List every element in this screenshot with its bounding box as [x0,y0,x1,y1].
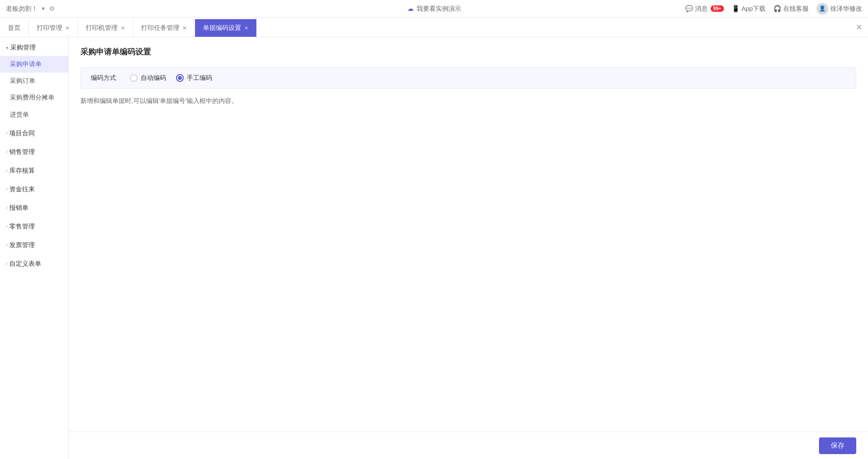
chevron-right-icon: › [6,224,7,229]
sidebar-group-retail-mgmt: › 零售管理 [0,218,68,235]
chevron-right-icon: › [6,149,7,154]
main-layout: ▾ 采购管理 采购申请单 采购订单 采购费用分摊单 进货单 › 项目合同 [0,37,868,459]
avatar-icon: 👤 [819,5,826,12]
messages-button[interactable]: 💬 消息 99+ [685,4,724,13]
tab-single-code-setting[interactable]: 单据编码设置 ✕ [195,19,257,37]
sidebar-group-returns-title[interactable]: › 报销单 [0,200,68,216]
top-bar-brand-text: 老板勿割！ [6,4,38,13]
sidebar-group-sales-mgmt-title[interactable]: › 销售管理 [0,144,68,160]
sidebar-group-sales-mgmt: › 销售管理 [0,144,68,160]
chevron-right-icon: › [6,168,7,173]
sidebar-group-retail-mgmt-title[interactable]: › 零售管理 [0,218,68,235]
sidebar-group-inventory-label: 库存核算 [9,166,35,175]
cloud-icon: ☁ [407,5,414,12]
tab-print-task-mgmt-label: 打印任务管理 [141,24,179,32]
encoding-section: 编码方式 自动编码 手工编码 [80,67,856,89]
online-service-button[interactable]: 🎧 在线客服 [773,4,809,13]
chevron-right-icon: › [6,186,7,192]
sidebar-group-retail-mgmt-label: 零售管理 [9,222,35,231]
headset-icon: 🎧 [773,5,781,12]
hint-text: 新增和编辑单据时,可以编辑'单据编号'输入框中的内容。 [80,97,856,105]
sidebar-group-purchase-mgmt-label: 采购管理 [10,43,36,52]
content-footer: 保存 [69,432,868,459]
tab-single-code-setting-close[interactable]: ✕ [244,25,248,31]
avatar: 👤 [817,3,828,15]
radio-auto-encoding[interactable]: 自动编码 [130,74,166,82]
tab-single-code-setting-label: 单据编码设置 [203,24,241,32]
tab-print-mgmt-close[interactable]: ✕ [65,25,70,31]
sidebar-group-inventory-title[interactable]: › 库存核算 [0,162,68,179]
sidebar: ▾ 采购管理 采购申请单 采购订单 采购费用分摊单 进货单 › 项目合同 [0,37,69,459]
sidebar-group-capital: › 资金往来 [0,181,68,198]
app-icon: 📱 [732,5,740,12]
sidebar-group-sales-mgmt-label: 销售管理 [9,148,35,156]
tab-print-mgmt[interactable]: 打印管理 ✕ [29,19,78,37]
radio-manual-circle [176,74,184,82]
tab-home[interactable]: 首页 [0,19,29,37]
sidebar-group-custom-form-title[interactable]: › 自定义表单 [0,255,68,272]
chevron-right-icon: › [6,205,7,210]
messages-badge: 99+ [711,5,724,12]
top-bar-right: 💬 消息 99+ 📱 App下载 🎧 在线客服 👤 徐泽华修改 [685,3,862,15]
sidebar-group-project-contract-title[interactable]: › 项目合同 [0,125,68,142]
sidebar-group-capital-label: 资金往来 [9,185,35,194]
sidebar-group-purchase-mgmt: ▾ 采购管理 采购申请单 采购订单 采购费用分摊单 进货单 [0,39,68,123]
dropdown-icon[interactable]: ▾ [42,5,45,12]
radio-manual-label: 手工编码 [187,74,212,82]
tab-printer-mgmt-close[interactable]: ✕ [121,25,125,31]
sidebar-item-purchase-request[interactable]: 采购申请单 [0,56,68,73]
chevron-right-icon: › [6,130,7,136]
tab-print-task-mgmt-close[interactable]: ✕ [182,25,187,31]
save-button[interactable]: 保存 [819,437,856,454]
sidebar-item-stock-in[interactable]: 进货单 [0,106,68,123]
tab-printer-mgmt[interactable]: 打印机管理 ✕ [78,19,133,37]
app-download-label: App下载 [742,4,766,13]
radio-group-encoding: 自动编码 手工编码 [130,74,212,82]
settings-icon[interactable]: ⚙ [49,5,55,12]
sidebar-group-invoice-mgmt-label: 发票管理 [9,241,35,250]
sidebar-group-invoice-mgmt-title[interactable]: › 发票管理 [0,237,68,254]
top-bar-center: ☁ 我要看实例演示 [407,4,461,13]
sidebar-group-custom-form: › 自定义表单 [0,255,68,272]
chat-icon: 💬 [685,5,693,12]
close-all-tabs-button[interactable]: ✕ [850,18,868,37]
chevron-down-icon: ▾ [6,45,8,51]
tab-print-task-mgmt[interactable]: 打印任务管理 ✕ [133,19,195,37]
tab-bar: 首页 打印管理 ✕ 打印机管理 ✕ 打印任务管理 ✕ 单据编码设置 ✕ ✕ [0,18,868,37]
sidebar-group-inventory: › 库存核算 [0,162,68,179]
top-bar-left: 老板勿割！ ▾ ⚙ [6,4,55,13]
demo-link[interactable]: 我要看实例演示 [417,4,461,13]
username-label: 徐泽华修改 [830,4,862,13]
sidebar-group-returns: › 报销单 [0,200,68,216]
sidebar-group-custom-form-label: 自定义表单 [9,259,41,268]
sidebar-group-returns-label: 报销单 [9,204,28,212]
tab-home-label: 首页 [8,24,21,32]
sidebar-group-purchase-mgmt-title[interactable]: ▾ 采购管理 [0,39,68,56]
tab-print-mgmt-label: 打印管理 [37,24,62,32]
sidebar-group-project-contract: › 项目合同 [0,125,68,142]
page-title: 采购申请单编码设置 [80,47,856,57]
app-download-button[interactable]: 📱 App下载 [732,4,766,13]
encoding-label: 编码方式 [91,74,120,82]
content-body: 采购申请单编码设置 编码方式 自动编码 手工编码 新增和编辑单据时,可以编辑'单… [69,37,868,432]
online-service-label: 在线客服 [783,4,809,13]
user-profile-button[interactable]: 👤 徐泽华修改 [817,3,862,15]
sidebar-group-project-contract-label: 项目合同 [9,129,35,138]
sidebar-item-purchase-order[interactable]: 采购订单 [0,73,68,89]
sidebar-group-invoice-mgmt: › 发票管理 [0,237,68,254]
radio-manual-encoding[interactable]: 手工编码 [176,74,212,82]
sidebar-item-purchase-expense[interactable]: 采购费用分摊单 [0,89,68,106]
sidebar-group-capital-title[interactable]: › 资金往来 [0,181,68,198]
top-bar: 老板勿割！ ▾ ⚙ ☁ 我要看实例演示 💬 消息 99+ 📱 App下载 🎧 在… [0,0,868,18]
messages-label: 消息 [695,4,708,13]
radio-auto-label: 自动编码 [141,74,166,82]
radio-auto-circle [130,74,138,82]
chevron-right-icon: › [6,242,7,248]
chevron-right-icon: › [6,261,7,266]
tab-printer-mgmt-label: 打印机管理 [86,24,118,32]
content-area: 采购申请单编码设置 编码方式 自动编码 手工编码 新增和编辑单据时,可以编辑'单… [69,37,868,459]
